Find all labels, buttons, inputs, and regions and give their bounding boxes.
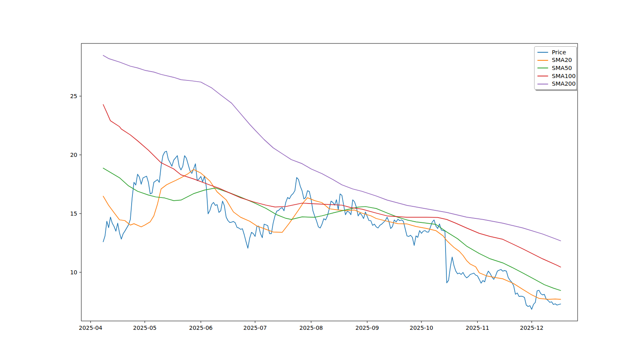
legend-item-sma20: SMA20	[537, 56, 574, 64]
legend-item-price: Price	[537, 48, 574, 56]
legend-item-sma50: SMA50	[537, 64, 574, 72]
legend-label: Price	[552, 49, 566, 56]
y-tick-label: 10	[70, 269, 77, 276]
y-tick-label: 25	[70, 93, 77, 99]
x-tick-label: 2025-05	[133, 325, 157, 331]
legend-label: SMA200	[552, 81, 576, 87]
legend-swatch-sma200	[537, 84, 548, 84]
legend-swatch-price	[537, 52, 548, 53]
plot-border	[81, 43, 578, 321]
x-tick-label: 2025-08	[299, 325, 323, 331]
legend-item-sma200: SMA200	[537, 80, 574, 88]
figure: 2025-042025-052025-062025-072025-082025-…	[0, 0, 644, 362]
legend-item-sma100: SMA100	[537, 72, 574, 80]
x-tick-label: 2025-11	[466, 325, 489, 331]
legend-swatch-sma20	[537, 60, 548, 61]
x-tick-label: 2025-07	[244, 325, 267, 331]
x-tick-label: 2025-06	[189, 325, 213, 331]
y-tick-label: 15	[70, 210, 77, 217]
legend-label: SMA100	[552, 73, 576, 79]
legend-swatch-sma50	[537, 68, 548, 68]
x-tick-label: 2025-04	[79, 325, 103, 331]
legend-label: SMA50	[552, 65, 572, 71]
x-tick-label: 2025-09	[355, 325, 379, 331]
y-tick-label: 20	[70, 152, 77, 158]
x-tick-label: 2025-12	[520, 325, 544, 331]
legend-swatch-sma100	[537, 76, 548, 76]
legend-label: SMA20	[552, 57, 572, 63]
x-tick-label: 2025-10	[410, 325, 433, 331]
legend: PriceSMA20SMA50SMA100SMA200	[534, 46, 577, 90]
